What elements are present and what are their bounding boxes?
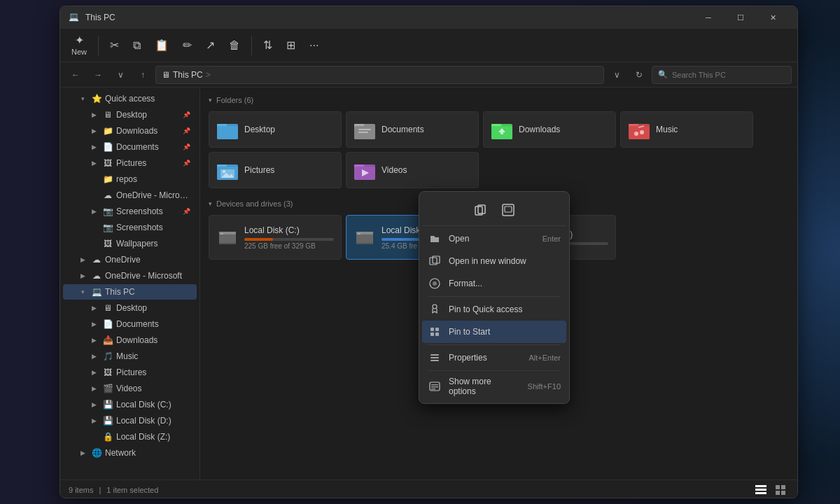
quick-access-label: Quick access (105, 94, 191, 104)
svg-rect-32 (219, 243, 236, 244)
sidebar-item-quick-access[interactable]: ▾ ⭐ Quick access (63, 91, 197, 106)
more-button[interactable]: ··· (304, 37, 324, 54)
cut-icon: ✂ (110, 40, 119, 51)
svg-rect-59 (430, 328, 434, 331)
folder-music[interactable]: Music (620, 111, 753, 148)
svg-point-57 (433, 281, 437, 286)
svg-rect-65 (430, 360, 439, 361)
tiles-view-button[interactable] (772, 483, 789, 497)
disk-c-label: Local Disk (C:) (116, 400, 191, 410)
ctx-copy-button[interactable] (469, 199, 491, 221)
sort-button[interactable]: ⇅ (258, 37, 278, 54)
folder-videos[interactable]: Videos (346, 152, 479, 188)
screenshots1-expand: ▶ (88, 206, 99, 217)
sidebar-item-desktop[interactable]: ▶ 🖥 Desktop 📌 (63, 107, 197, 122)
sidebar-item-thispc-videos[interactable]: ▶ 🎬 Videos (63, 381, 197, 396)
paste-button[interactable]: 📋 (149, 37, 174, 54)
svg-rect-7 (358, 132, 368, 133)
svg-rect-2 (217, 126, 238, 139)
ctx-format-icon (428, 276, 442, 290)
details-view-button[interactable] (752, 483, 769, 497)
sidebar-item-network[interactable]: ▶ 🌐 Network (63, 445, 197, 461)
downloads-pin: 📌 (181, 126, 191, 136)
sidebar-item-wallpapers[interactable]: 🖼 Wallpapers (63, 236, 197, 251)
wallpapers-label: Wallpapers (116, 239, 191, 248)
thispc-downloads-icon: 📥 (102, 335, 113, 346)
refresh-button[interactable]: ↻ (629, 65, 649, 85)
ctx-pin-quick-access[interactable]: Pin to Quick access (422, 298, 566, 321)
sidebar-item-thispc-pictures[interactable]: ▶ 🖼 Pictures (63, 365, 197, 380)
ctx-share-button[interactable] (497, 199, 519, 221)
sidebar-item-onedrive[interactable]: ▶ ☁ OneDrive (63, 252, 197, 267)
sidebar-item-onedrive-microsoft[interactable]: ▶ ☁ OneDrive - Microsoft (63, 268, 197, 284)
thispc-documents-expand: ▶ (88, 318, 99, 330)
view-buttons (752, 483, 789, 497)
delete-button[interactable]: 🗑 (223, 37, 246, 54)
thispc-downloads-expand: ▶ (88, 335, 99, 346)
sidebar-item-thispc-documents[interactable]: ▶ 📄 Documents (63, 316, 197, 332)
sidebar-item-pictures[interactable]: ▶ 🖼 Pictures 📌 (63, 155, 197, 171)
ctx-open[interactable]: Open Enter (422, 227, 566, 250)
sidebar-item-disk-c[interactable]: ▶ 💾 Local Disk (C:) (63, 397, 197, 412)
svg-rect-44 (755, 489, 766, 491)
copy-button[interactable]: ⧉ (127, 37, 146, 54)
minimize-button[interactable]: ─ (692, 6, 724, 29)
ctx-properties[interactable]: Properties Alt+Enter (422, 346, 566, 369)
share-button[interactable]: ↗ (200, 37, 220, 54)
drive-d-icon (354, 226, 376, 248)
sidebar-item-disk-z[interactable]: 🔒 Local Disk (Z:) (63, 429, 197, 444)
sidebar-item-screenshots1[interactable]: ▶ 📷 Screenshots 📌 (63, 204, 197, 219)
ctx-open-new-window[interactable]: Open in new window (422, 250, 566, 272)
rename-button[interactable]: ✏ (177, 37, 197, 54)
up-button[interactable]: ↑ (133, 65, 153, 85)
sidebar-item-downloads[interactable]: ▶ 📁 Downloads 📌 (63, 123, 197, 139)
disk-c-expand: ▶ (88, 399, 99, 410)
address-dropdown-button[interactable]: ∨ (607, 65, 626, 85)
ctx-pin-start[interactable]: Pin to Start (422, 321, 566, 343)
folders-section-header[interactable]: ▾ Folders (6) (209, 96, 789, 104)
repos-label: repos (116, 174, 191, 184)
folder-pictures[interactable]: Pictures (209, 152, 342, 188)
ctx-show-more[interactable]: Show more options Shift+F10 (422, 372, 566, 400)
sidebar-item-screenshots2[interactable]: 📷 Screenshots (63, 220, 197, 235)
back-button[interactable]: ← (66, 65, 85, 85)
sidebar-item-repos[interactable]: 📁 repos (63, 172, 197, 187)
sidebar-item-thispc-downloads[interactable]: ▶ 📥 Downloads (63, 332, 197, 348)
drives-section-label: Devices and drives (3) (216, 200, 293, 208)
address-path[interactable]: 🖥 This PC > (155, 66, 604, 84)
screenshots2-label: Screenshots (116, 223, 191, 232)
quick-access-expand: ▾ (77, 93, 88, 104)
sidebar-item-this-pc[interactable]: ▾ 💻 This PC (63, 284, 197, 300)
cut-button[interactable]: ✂ (104, 37, 125, 54)
network-icon: 🌐 (91, 447, 102, 458)
new-button[interactable]: ✦ New (66, 32, 92, 59)
svg-rect-64 (430, 357, 439, 358)
svg-rect-12 (500, 132, 503, 134)
forward-button[interactable]: → (88, 65, 108, 85)
close-button[interactable]: ✕ (757, 6, 789, 29)
folder-documents[interactable]: Documents (346, 111, 479, 148)
drive-c[interactable]: Local Disk (C:) 225 GB free of 329 GB (209, 215, 342, 260)
new-label: New (71, 48, 87, 56)
screenshots2-expand (88, 222, 99, 233)
folder-grid: Desktop Documents (209, 111, 789, 188)
screenshots1-label: Screenshots (116, 206, 178, 216)
thispc-downloads-label: Downloads (116, 335, 191, 345)
folder-videos-name: Videos (382, 165, 407, 175)
ctx-format[interactable]: Format... (422, 272, 566, 295)
up-dropdown-button[interactable]: ∨ (111, 65, 130, 85)
folder-desktop[interactable]: Desktop (209, 111, 342, 148)
sidebar-item-documents[interactable]: ▶ 📄 Documents 📌 (63, 139, 197, 155)
folder-downloads[interactable]: Downloads (483, 111, 616, 148)
documents-label: Documents (116, 142, 178, 152)
pictures-pin: 📌 (181, 158, 191, 168)
maximize-button[interactable]: ☐ (724, 6, 757, 29)
sidebar-item-disk-d[interactable]: ▶ 💾 Local Disk (D:) (63, 413, 197, 428)
search-bar[interactable]: 🔍 Search This PC (652, 66, 792, 84)
sidebar-item-thispc-desktop[interactable]: ▶ 🖥 Desktop (63, 300, 197, 316)
sidebar-item-thispc-music[interactable]: ▶ 🎵 Music (63, 349, 197, 364)
ctx-pin-quick-access-label: Pin to Quick access (449, 304, 561, 314)
view-options-button[interactable]: ⊞ (281, 37, 301, 54)
sidebar-item-onedrive-ms[interactable]: ☁ OneDrive - Microsoft (63, 188, 197, 203)
ctx-show-more-icon (428, 379, 442, 393)
